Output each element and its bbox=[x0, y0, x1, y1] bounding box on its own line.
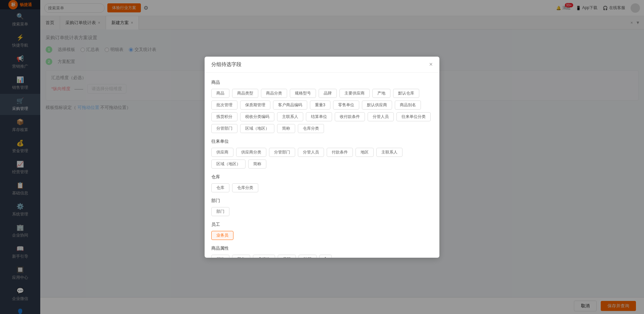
field-tag-payment-terms[interactable]: 收付款条件 bbox=[335, 112, 365, 121]
field-tag-size[interactable]: 尺码 bbox=[278, 255, 296, 258]
field-tag-spec-type[interactable]: 规格型号 bbox=[290, 89, 316, 98]
field-tag-dept[interactable]: 分管部门 bbox=[269, 148, 295, 157]
field-tags-warehouse: 仓库仓库分类 bbox=[211, 183, 433, 192]
field-tags-employee: 业务员 bbox=[211, 231, 433, 240]
field-tag-main-supplier[interactable]: 主要供应商 bbox=[339, 89, 370, 98]
field-tag-manager[interactable]: 分管人员 bbox=[368, 112, 394, 121]
field-tag-department[interactable]: 部门 bbox=[211, 207, 229, 216]
field-tag-src-unit-category[interactable]: 往来单位分类 bbox=[396, 112, 431, 121]
field-tag-origin[interactable]: 产地 bbox=[372, 89, 390, 98]
field-tag-goods-alias[interactable]: 商品别名 bbox=[395, 101, 421, 110]
field-tags-partner: 供应商供应商分类分管部门分管人员付款条件地区主联系人区域（地区）简称 bbox=[211, 148, 433, 169]
field-tag-pickup-points[interactable]: 拣货积分 bbox=[211, 112, 237, 121]
field-tag-tax-code[interactable]: 税收分类编码 bbox=[240, 112, 274, 121]
field-tag-abbr2[interactable]: 简称 bbox=[248, 160, 266, 169]
field-tag-one[interactable]: 1 bbox=[319, 255, 332, 258]
field-tag-manage-dept[interactable]: 分管部门 bbox=[211, 124, 237, 133]
modal-body: 商品商品商品类型商品分类规格型号品牌主要供应商产地默认仓库批次管理保质期管理客户… bbox=[205, 73, 439, 258]
modal-close-button[interactable]: × bbox=[429, 61, 433, 68]
field-tag-quality-mgmt[interactable]: 保质期管理 bbox=[240, 101, 270, 110]
field-tag-area-region2[interactable]: 区域（地区） bbox=[211, 160, 246, 169]
modal-title: 分组待选字段 bbox=[211, 61, 241, 68]
field-tags-department: 部门 bbox=[211, 207, 433, 216]
field-tag-default-warehouse[interactable]: 默认仓库 bbox=[393, 89, 419, 98]
field-tag-customer-code[interactable]: 客户商品编码 bbox=[273, 101, 307, 110]
field-tag-weight3[interactable]: 重量3 bbox=[310, 101, 330, 110]
field-tag-salesperson[interactable]: 业务员 bbox=[211, 231, 233, 240]
section-title-goods-attr: 商品属性 bbox=[211, 245, 433, 251]
field-tag-main-contact2[interactable]: 主联系人 bbox=[376, 148, 402, 157]
section-title-partner: 往来单位 bbox=[211, 138, 433, 144]
modal-overlay[interactable]: 分组待选字段 × 商品商品商品类型商品分类规格型号品牌主要供应商产地默认仓库批次… bbox=[0, 0, 644, 314]
field-tag-attr[interactable]: 属性 bbox=[211, 255, 229, 258]
field-tag-warehouse-cat[interactable]: 仓库分类 bbox=[232, 183, 258, 192]
field-tag-main-contact[interactable]: 主联系人 bbox=[277, 112, 303, 121]
field-tag-shoe-size[interactable]: 鞋码 bbox=[299, 255, 317, 258]
modal-header: 分组待选字段 × bbox=[205, 57, 439, 73]
field-tags-goods: 商品商品类型商品分类规格型号品牌主要供应商产地默认仓库批次管理保质期管理客户商品… bbox=[211, 89, 433, 133]
field-tag-goods-category[interactable]: 商品分类 bbox=[261, 89, 287, 98]
section-title-employee: 员工 bbox=[211, 222, 433, 228]
section-title-goods: 商品 bbox=[211, 79, 433, 85]
field-tag-area[interactable]: 地区 bbox=[356, 148, 374, 157]
field-tag-goods[interactable]: 商品 bbox=[211, 89, 229, 98]
field-tag-supplier[interactable]: 供应商 bbox=[211, 148, 233, 157]
field-tag-area-region[interactable]: 区域（地区） bbox=[240, 124, 274, 133]
field-tag-multi-spec[interactable]: 多规格 bbox=[253, 255, 275, 258]
field-tag-color[interactable]: 颜色 bbox=[232, 255, 250, 258]
field-tag-settle-unit[interactable]: 结算单位 bbox=[306, 112, 332, 121]
field-tag-batch-mgmt[interactable]: 批次管理 bbox=[211, 101, 237, 110]
modal: 分组待选字段 × 商品商品商品类型商品分类规格型号品牌主要供应商产地默认仓库批次… bbox=[205, 57, 439, 258]
section-title-warehouse: 仓库 bbox=[211, 174, 433, 180]
field-tag-retail-unit[interactable]: 零售单位 bbox=[333, 101, 359, 110]
field-tag-abbr[interactable]: 简称 bbox=[277, 124, 295, 133]
field-tag-default-supplier[interactable]: 默认供应商 bbox=[362, 101, 392, 110]
field-tags-goods-attr: 属性颜色多规格尺码鞋码1 bbox=[211, 255, 433, 258]
field-tag-brand[interactable]: 品牌 bbox=[319, 89, 337, 98]
field-tag-manager2[interactable]: 分管人员 bbox=[298, 148, 324, 157]
field-tag-warehouse[interactable]: 仓库 bbox=[211, 183, 229, 192]
section-title-department: 部门 bbox=[211, 198, 433, 204]
field-tag-payment-cond[interactable]: 付款条件 bbox=[327, 148, 353, 157]
field-tag-goods-type[interactable]: 商品类型 bbox=[232, 89, 258, 98]
field-tag-warehouse-category[interactable]: 仓库分类 bbox=[298, 124, 324, 133]
field-tag-supplier-category[interactable]: 供应商分类 bbox=[236, 148, 266, 157]
